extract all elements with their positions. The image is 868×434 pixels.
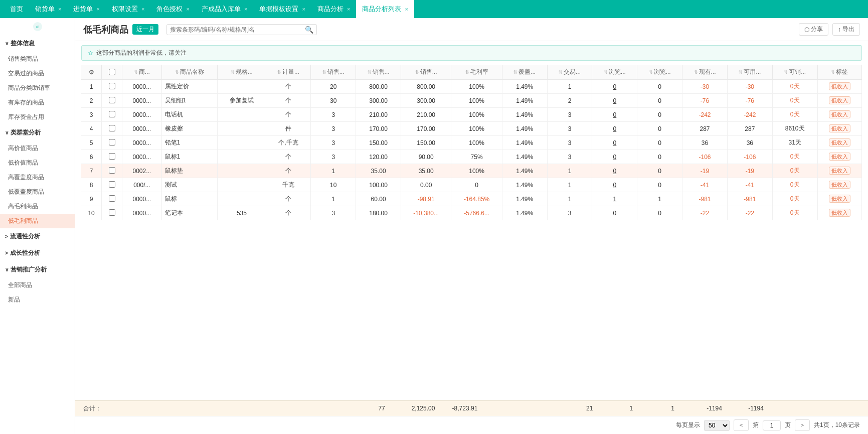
- pagination-bar: 每页显示 2050100 ＜ 第 页 ＞ 共1页，10条记录: [75, 416, 868, 434]
- cell-trade: 2: [547, 94, 592, 108]
- row-checkbox[interactable]: [109, 125, 115, 131]
- cell-available: 287: [727, 122, 772, 136]
- cell-spec: 参加复试: [218, 94, 266, 108]
- cell-cover_rate: 1.49%: [502, 192, 547, 206]
- col-header-checkbox[interactable]: [102, 65, 122, 80]
- sidebar-group-3[interactable]: >成长性分析: [0, 245, 75, 261]
- sidebar-group-0[interactable]: ∨整体信息: [0, 35, 75, 52]
- browse1-link[interactable]: 0: [613, 125, 617, 132]
- sidebar-item-高价值商品[interactable]: 高价值商品: [0, 141, 75, 156]
- nav-item-单据模板设置[interactable]: 单据模板设置 ×: [253, 0, 311, 18]
- sidebar-group-2[interactable]: >流通性分析: [0, 228, 75, 245]
- cell-saleable: 0天: [772, 192, 817, 206]
- table-container[interactable]: ⚙⇅ 商...⇅ 商品名称⇅ 规格...⇅ 计量...⇅ 销售...⇅ 销售..…: [75, 65, 868, 400]
- close-icon[interactable]: ×: [345, 6, 350, 12]
- sidebar-item-新品[interactable]: 新品: [0, 293, 75, 307]
- share-button[interactable]: ⬡ 分享: [799, 23, 828, 36]
- cell-sales_amount: 800.00: [401, 80, 451, 94]
- cell-unit: 个: [266, 206, 311, 220]
- browse1-link[interactable]: 1: [613, 196, 617, 203]
- col-header-current_stock: ⇅ 现有...: [682, 65, 728, 80]
- row-checkbox[interactable]: [109, 97, 115, 103]
- sidebar-item-高覆盖度商品[interactable]: 高覆盖度商品: [0, 170, 75, 185]
- sidebar-item-交易过的商品[interactable]: 交易过的商品: [0, 66, 75, 81]
- sidebar-item-销售类商品[interactable]: 销售类商品: [0, 52, 75, 66]
- sidebar-item-高毛利商品[interactable]: 高毛利商品: [0, 199, 75, 214]
- sidebar-collapse-button[interactable]: «: [33, 22, 42, 31]
- footer-cell-available: -1194: [735, 404, 777, 413]
- cell-browse1: 1: [592, 192, 637, 206]
- row-checkbox[interactable]: [109, 83, 115, 89]
- cell-unit: 个,千克: [266, 136, 311, 150]
- table-row: 90000...鼠标个160.00-98.91-164.85%1.49%111-…: [81, 192, 862, 206]
- sidebar-item-商品分类助销率[interactable]: 商品分类助销率: [0, 81, 75, 95]
- cell-current_stock: -22: [682, 206, 728, 220]
- sidebar-item-全部商品[interactable]: 全部商品: [0, 278, 75, 293]
- row-checkbox[interactable]: [109, 153, 115, 160]
- footer-cell-empty2: [153, 404, 195, 413]
- browse1-link[interactable]: 0: [613, 97, 617, 104]
- cell-tag: 低收入: [817, 150, 861, 164]
- nav-item-销货单[interactable]: 销货单 ×: [29, 0, 67, 18]
- row-checkbox[interactable]: [109, 195, 115, 202]
- main-layout: «∨整体信息销售类商品交易过的商品商品分类助销率有库存的商品库存资金占用∨类群堂…: [0, 18, 868, 434]
- sidebar-item-库存资金占用[interactable]: 库存资金占用: [0, 110, 75, 124]
- nav-item-角色授权[interactable]: 角色授权 ×: [150, 0, 195, 18]
- browse1-link[interactable]: 0: [613, 182, 617, 189]
- browse1-link[interactable]: 0: [613, 154, 617, 161]
- close-icon[interactable]: ×: [403, 6, 408, 12]
- browse1-link[interactable]: 0: [613, 139, 617, 147]
- page-size-select[interactable]: 2050100: [704, 420, 730, 431]
- row-checkbox[interactable]: [109, 181, 115, 188]
- browse1-link[interactable]: 0: [613, 210, 617, 217]
- col-header-unit: ⇅ 计量...: [266, 65, 311, 80]
- chevron-down-icon: ∨: [5, 267, 9, 272]
- sidebar-group-4[interactable]: ∨营销推广分析: [0, 261, 75, 278]
- browse1-link[interactable]: 0: [613, 83, 617, 90]
- nav-item-商品分析列表[interactable]: 商品分析列表 ×: [356, 0, 414, 18]
- nav-item-进货单[interactable]: 进货单 ×: [67, 0, 105, 18]
- cell-sales_amount: 300.00: [401, 94, 451, 108]
- close-icon[interactable]: ×: [57, 6, 61, 12]
- sidebar-group-1[interactable]: ∨类群堂分析: [0, 124, 75, 141]
- select-all-checkbox[interactable]: [109, 69, 115, 75]
- col-header-settings[interactable]: ⚙: [81, 65, 102, 80]
- close-icon[interactable]: ×: [95, 6, 99, 12]
- cell-sales_price: 150.00: [356, 136, 401, 150]
- nav-item-权限设置[interactable]: 权限设置 ×: [106, 0, 150, 18]
- prev-page-button[interactable]: ＜: [734, 419, 749, 431]
- browse1-link[interactable]: 0: [613, 168, 617, 175]
- sidebar-item-低覆盖度商品[interactable]: 低覆盖度商品: [0, 185, 75, 199]
- row-checkbox[interactable]: [109, 139, 115, 146]
- cell-code: 0000...: [122, 150, 161, 164]
- next-page-button[interactable]: ＞: [795, 419, 810, 431]
- cell-saleable: 0天: [772, 178, 817, 192]
- footer-cell-current_stock: -1194: [693, 404, 735, 413]
- sidebar-item-低毛利商品[interactable]: 低毛利商品: [0, 214, 75, 228]
- cell-sales_qty: 3: [311, 136, 356, 150]
- close-icon[interactable]: ×: [140, 6, 144, 12]
- filter-tag-button[interactable]: 近一月: [132, 24, 158, 35]
- cell-current_stock: -242: [682, 108, 728, 122]
- export-button[interactable]: ↑ 导出: [832, 23, 860, 36]
- footer-cell-empty_sale: [777, 404, 818, 413]
- row-checkbox[interactable]: [109, 111, 115, 117]
- row-checkbox[interactable]: [109, 209, 115, 216]
- close-icon[interactable]: ×: [185, 6, 189, 12]
- nav-item-首页[interactable]: 首页: [4, 0, 29, 18]
- search-input[interactable]: [170, 26, 305, 33]
- cell-settings: 7: [81, 164, 102, 178]
- browse1-link[interactable]: 0: [613, 111, 617, 118]
- page-input[interactable]: [763, 420, 781, 430]
- settings-icon[interactable]: ⚙: [89, 69, 94, 76]
- row-checkbox[interactable]: [109, 167, 115, 174]
- col-header-cover_rate: ⇅ 覆盖...: [502, 65, 547, 80]
- close-icon[interactable]: ×: [243, 6, 247, 12]
- sidebar-item-有库存的商品[interactable]: 有库存的商品: [0, 95, 75, 110]
- sidebar-item-低价值商品[interactable]: 低价值商品: [0, 156, 75, 170]
- search-icon[interactable]: 🔍: [305, 26, 313, 34]
- nav-item-商品分析[interactable]: 商品分析 ×: [311, 0, 356, 18]
- close-icon[interactable]: ×: [300, 6, 305, 12]
- data-table: ⚙⇅ 商...⇅ 商品名称⇅ 规格...⇅ 计量...⇅ 销售...⇅ 销售..…: [81, 65, 862, 220]
- nav-item-产成品入库单[interactable]: 产成品入库单 ×: [196, 0, 253, 18]
